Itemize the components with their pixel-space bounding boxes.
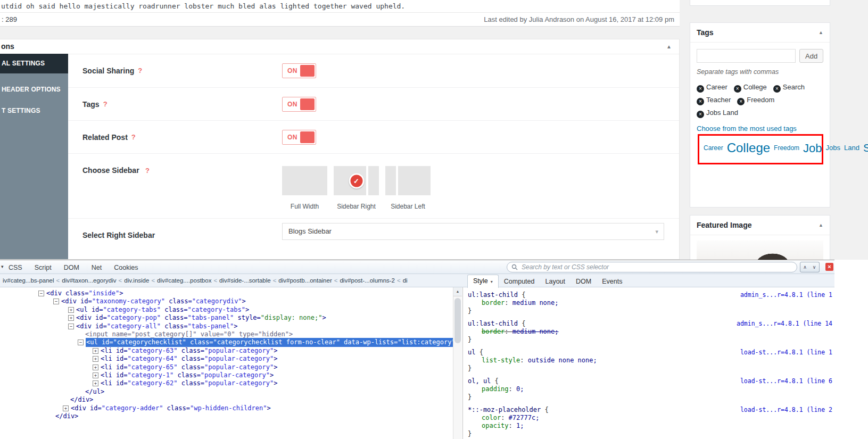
expand-node-icon[interactable]: + (93, 380, 98, 386)
css-selector[interactable]: ul:last-child (468, 320, 518, 327)
css-selector[interactable]: *::-moz-placeholder (468, 406, 541, 413)
find-previous-button[interactable]: ∧ (800, 262, 810, 272)
tree-node[interactable]: </div> (70, 396, 93, 403)
tag-cloud-item[interactable]: Jobs (826, 144, 840, 152)
breadcrumb-item[interactable]: div#postb...ontainer (278, 277, 332, 284)
tree-node[interactable]: <input name="post_category[]" value="0" … (85, 330, 293, 338)
featured-image-preview[interactable] (697, 241, 823, 262)
sidebar-layout-option[interactable]: Full Width (282, 166, 327, 210)
collapse-metabox-icon[interactable]: ▲ (819, 216, 823, 235)
tags-toggle[interactable]: ON (282, 97, 316, 112)
css-source-link[interactable]: load-st...r=4.8.1 (line 1 (740, 349, 832, 357)
side-tab-layout[interactable]: Layout (540, 276, 571, 287)
breadcrumb-item[interactable]: div#categ....postbox (157, 277, 211, 284)
css-selector[interactable]: ul:last-child (468, 291, 518, 299)
devtools-tab-css[interactable]: CSS (9, 261, 22, 275)
breadcrumb-item[interactable]: di (403, 277, 408, 284)
collapse-panel-icon[interactable]: ▲ (666, 39, 672, 54)
expand-node-icon[interactable]: + (68, 307, 74, 313)
tag-cloud-item[interactable]: College (727, 140, 770, 155)
remove-tag-icon[interactable]: × (697, 111, 704, 118)
side-tab-events[interactable]: Events (597, 276, 627, 287)
right-sidebar-select[interactable]: Blogs Sidebar ▾ (282, 223, 664, 240)
collapse-node-icon[interactable]: − (53, 299, 59, 304)
breadcrumb-item[interactable]: div#side-...sortable (219, 277, 271, 284)
remove-tag-icon[interactable]: × (697, 98, 704, 105)
side-tab-computed[interactable]: Computed (499, 276, 540, 287)
tree-node[interactable]: <li id="category-62" class="popular-cate… (101, 379, 277, 387)
tag-cloud-item[interactable]: Freedom (774, 144, 799, 152)
settings-nav-item[interactable]: HEADER OPTIONS (0, 79, 68, 100)
devtools-search-input[interactable] (520, 263, 792, 271)
side-tab-dom[interactable]: DOM (571, 276, 597, 287)
css-property[interactable]: color: #72777c; (468, 414, 833, 422)
tree-node[interactable]: <div id="taxonomy-category" class="categ… (61, 297, 246, 305)
tree-node[interactable]: </div> (55, 412, 78, 420)
devtools-tab-dom[interactable]: DOM (64, 261, 79, 275)
close-devtools-button[interactable]: × (825, 263, 833, 271)
sidebar-layout-option[interactable]: ✓Sidebar Right (334, 166, 379, 210)
related-post-toggle[interactable]: ON (282, 130, 316, 145)
settings-nav-item[interactable]: T SETTINGS (0, 100, 68, 121)
tag-cloud-item[interactable]: Land (844, 144, 859, 152)
devtools-tab-script[interactable]: Script (35, 261, 52, 275)
find-next-button[interactable]: ∨ (809, 262, 820, 272)
expand-node-icon[interactable]: + (63, 405, 69, 411)
scrollbar-thumb[interactable] (454, 298, 461, 343)
expand-node-icon[interactable]: + (68, 315, 74, 321)
breadcrumb-item[interactable]: div.inside (124, 277, 149, 284)
tag-cloud-item[interactable]: Job (803, 142, 822, 155)
most-used-tags-link[interactable]: Choose from the most used tags (697, 125, 823, 132)
help-icon[interactable]: ? (145, 167, 150, 175)
help-icon[interactable]: ? (103, 100, 108, 108)
tree-node[interactable]: <ul id="category-tabs" class="category-t… (76, 306, 249, 313)
remove-tag-icon[interactable]: × (737, 98, 745, 105)
scrollbar[interactable]: ▲ (453, 287, 462, 439)
tree-node[interactable]: <li id="category-63" class="popular-cate… (101, 347, 277, 354)
css-property[interactable]: padding: 0; (468, 385, 833, 393)
remove-tag-icon[interactable]: × (773, 85, 781, 93)
collapse-node-icon[interactable]: − (68, 324, 74, 329)
tree-node[interactable]: <div class="inside"> (46, 289, 123, 297)
collapse-metabox-icon[interactable]: ▲ (819, 23, 823, 42)
css-source-link[interactable]: admin_s...r=4.8.1 (line 14 (737, 320, 832, 328)
settings-nav-item[interactable]: AL SETTINGS (0, 54, 68, 73)
tree-node[interactable]: <div id="category-all" class="tabs-panel… (76, 322, 237, 330)
tree-node[interactable]: <li id="category-1" class="popular-categ… (101, 371, 274, 379)
expand-node-icon[interactable]: + (93, 365, 98, 370)
tree-node[interactable]: <div id="category-pop" class="tabs-panel… (76, 314, 326, 321)
help-icon[interactable]: ? (138, 67, 142, 74)
collapse-node-icon[interactable]: − (78, 339, 84, 345)
tree-node[interactable]: </ul> (85, 388, 104, 395)
breadcrumb-item[interactable]: iv#categ...bs-panel (3, 277, 54, 284)
tag-cloud-item[interactable]: Search (863, 142, 868, 154)
collapse-node-icon[interactable]: − (38, 291, 44, 296)
breadcrumb-item[interactable]: div#post-...olumns-2 (340, 277, 395, 284)
css-property[interactable]: border: medium none; (468, 299, 833, 307)
tree-node[interactable]: <div id="category-adder" class="wp-hidde… (71, 404, 271, 412)
remove-tag-icon[interactable]: × (697, 85, 704, 93)
css-selector[interactable]: ol, ul (468, 377, 491, 385)
tree-node-selected[interactable]: <ul id="categorychecklist" class="catego… (86, 338, 453, 347)
expand-node-icon[interactable]: + (93, 372, 98, 378)
css-property[interactable]: list-style: outside none none; (468, 357, 833, 365)
tree-node[interactable]: <li id="category-65" class="popular-cate… (101, 363, 277, 371)
remove-tag-icon[interactable]: × (734, 85, 741, 93)
css-source-link[interactable]: load-st...r=4.8.1 (line 6 (740, 377, 832, 385)
expand-node-icon[interactable]: + (93, 348, 98, 354)
tree-node[interactable]: <li id="category-64" class="popular-cate… (101, 355, 277, 362)
css-selector[interactable]: ul (468, 349, 475, 356)
side-tab-style[interactable]: Style▾ (467, 275, 499, 288)
css-source-link[interactable]: admin_s...r=4.8.1 (line 1 (740, 291, 832, 299)
breadcrumb-item[interactable]: div#taxon...egorydiv (62, 277, 116, 284)
expand-node-icon[interactable]: + (93, 356, 98, 362)
scroll-up-button[interactable]: ▲ (453, 287, 462, 296)
new-tag-input[interactable] (697, 49, 796, 63)
help-icon[interactable]: ? (131, 133, 136, 141)
css-property[interactable]: opacity: 1; (468, 422, 833, 430)
partial-tab-caret-icon[interactable]: ▾ (1, 260, 4, 274)
add-tag-button[interactable]: Add (799, 49, 823, 63)
social-sharing-toggle[interactable]: ON (282, 63, 316, 78)
devtools-tab-net[interactable]: Net (92, 261, 102, 275)
tag-cloud-item[interactable]: Career (704, 144, 723, 152)
